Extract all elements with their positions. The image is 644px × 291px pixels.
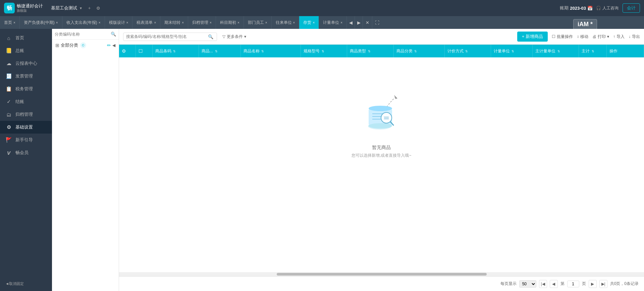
unpin-button[interactable]: ◄取消固定 — [3, 279, 49, 288]
tab-period-end-close[interactable]: × — [182, 21, 184, 25]
page-label: 第 — [560, 281, 565, 287]
sort-unit-icon: ⇅ — [512, 50, 514, 53]
logo-text: 畅捷通好会计 旗舰版 — [17, 3, 43, 13]
category-edit-icon[interactable]: ✏ — [107, 43, 111, 48]
category-search-icon[interactable]: 🔍 — [111, 32, 116, 37]
sidebar-item-guide[interactable]: 🚩 新手引导 — [0, 134, 52, 146]
tab-close-all[interactable]: ✕ — [363, 16, 372, 29]
sidebar-item-archive[interactable]: 🗂 归档管理 — [0, 108, 52, 121]
th-settings[interactable]: ⚙ — [119, 45, 136, 57]
sidebar-item-ledger[interactable]: 📒 总账 — [0, 44, 52, 57]
tab-template[interactable]: 模版设计 × — [105, 16, 133, 29]
tab-home[interactable]: 首页 × — [0, 16, 20, 29]
tab-subject-close[interactable]: × — [237, 21, 239, 25]
export-button[interactable]: ↓ 导出 — [629, 34, 640, 40]
help-button[interactable]: 🎧 人工咨询 — [596, 5, 619, 11]
toolbar-right: + 新增商品 ☐ 批量操作 ↕ 移动 🖨 打印 ▾ — [517, 32, 640, 42]
prev-page-button[interactable]: ◀ — [550, 280, 558, 288]
batch-action-button[interactable]: ☐ 批量操作 — [552, 34, 573, 40]
tab-tax[interactable]: 税表清单 × — [132, 16, 160, 29]
tab-partner-close[interactable]: × — [293, 21, 295, 25]
th-main-unit[interactable]: 主计量单位 ⇅ — [533, 45, 579, 57]
next-page-button[interactable]: ▶ — [589, 280, 597, 288]
add-company-icon[interactable]: ＋ — [87, 5, 92, 11]
th-code[interactable]: 商品... ⇅ — [199, 45, 240, 57]
th-type[interactable]: 商品类型 ⇅ — [347, 45, 393, 57]
tab-balance-close[interactable]: × — [56, 21, 58, 25]
category-collapse-icon[interactable]: ◀ — [112, 43, 115, 48]
unpin-label: ◄取消固定 — [5, 281, 24, 286]
sidebar-basic-label: 基础设置 — [15, 124, 33, 130]
th-spec-label: 规格型号 — [304, 49, 320, 53]
horizontal-scrollbar[interactable] — [119, 272, 644, 276]
th-check[interactable]: ☐ — [136, 45, 153, 57]
table-container: ⚙ ☐ 商品条码 ⇅ 商品... — [119, 45, 644, 272]
settlement-icon: ✓ — [5, 99, 12, 105]
print-chevron-icon: ▾ — [607, 34, 609, 39]
first-page-button[interactable]: |◀ — [539, 280, 547, 288]
per-page-select[interactable]: 50 100 200 — [519, 280, 536, 288]
search-icon[interactable]: 🔍 — [208, 34, 213, 39]
th-barcode[interactable]: 商品条码 ⇅ — [153, 45, 199, 57]
th-category[interactable]: 商品分类 ⇅ — [393, 45, 444, 57]
sidebar-item-settlement[interactable]: ✓ 结账 — [0, 95, 52, 108]
category-icon: © — [80, 42, 86, 48]
calendar-icon[interactable]: 📅 — [587, 6, 593, 11]
tab-template-close[interactable]: × — [126, 21, 128, 25]
tab-income-close[interactable]: × — [99, 21, 101, 25]
sort-spec-icon: ⇅ — [322, 50, 324, 53]
th-name-label: 商品名称 — [244, 49, 260, 53]
sidebar-item-reports[interactable]: ☁ 云报表中心 — [0, 57, 52, 70]
import-button[interactable]: ↑ 导入 — [613, 34, 625, 40]
tab-unit[interactable]: 计量单位 × — [319, 16, 347, 29]
tab-home-close[interactable]: × — [13, 21, 15, 25]
tab-archive-close[interactable]: × — [210, 21, 212, 25]
tab-scroll-right[interactable]: ▶ — [355, 16, 363, 29]
category-panel: 🔍 ⊞ 全部分类 © ✏ ◀ — [52, 29, 119, 291]
page-unit: 页 — [582, 281, 586, 287]
tab-dept-close[interactable]: × — [265, 21, 267, 25]
sidebar-item-home[interactable]: ⌂ 首页 — [0, 32, 52, 44]
tab-inventory[interactable]: 存货 × — [299, 16, 319, 29]
search-input[interactable] — [126, 34, 207, 39]
th-col3[interactable]: 主计 ⇅ — [579, 45, 607, 57]
category-search-input[interactable] — [55, 32, 109, 37]
move-button[interactable]: ↕ 移动 — [577, 34, 588, 40]
tab-tax-close[interactable]: × — [154, 21, 156, 25]
account-button[interactable]: 会计 — [623, 3, 640, 13]
move-label: 移动 — [580, 34, 588, 40]
tab-inventory-close[interactable]: × — [313, 21, 315, 25]
add-product-button[interactable]: + 新增商品 — [517, 32, 548, 42]
gear-icon[interactable]: ⚙ — [122, 48, 126, 54]
tab-balance[interactable]: 资产负债表(中期) × — [20, 16, 62, 29]
tab-income[interactable]: 收入支出表(年报) × — [62, 16, 105, 29]
tab-period-end[interactable]: 期末结转 × — [160, 16, 188, 29]
sort-category-icon: ⇅ — [414, 50, 417, 53]
th-price-method[interactable]: 计价方式 ⇅ — [444, 45, 491, 57]
sidebar-bottom: ◄取消固定 — [0, 277, 52, 291]
tab-maximize[interactable]: ⛶ — [372, 16, 382, 29]
tab-scroll-left[interactable]: ◀ — [347, 16, 355, 29]
sidebar-item-invoice[interactable]: 🧾 发票管理 — [0, 70, 52, 83]
tab-partner[interactable]: 往来单位 × — [272, 16, 300, 29]
filter-button[interactable]: ▽ 更多条件 ▾ — [220, 33, 249, 41]
sidebar-item-member[interactable]: V 畅会员 — [0, 146, 52, 159]
tab-subject[interactable]: 科目期初 × — [216, 16, 244, 29]
tab-dept[interactable]: 部门员工 × — [244, 16, 272, 29]
settings-icon[interactable]: ⚙ — [96, 6, 100, 11]
tab-archive-label: 归档管理 — [192, 20, 208, 26]
sort-code-icon: ⇅ — [215, 50, 218, 53]
sidebar-item-basic[interactable]: ⚙ 基础设置 — [0, 121, 52, 134]
print-button[interactable]: 🖨 打印 ▾ — [592, 34, 609, 40]
company-selector[interactable]: 基层工会测试 ▼ ＋ ⚙ — [51, 5, 556, 11]
page-input[interactable] — [567, 281, 579, 287]
last-page-button[interactable]: ▶| — [599, 280, 607, 288]
checkbox-icon[interactable]: ☐ — [139, 48, 143, 54]
th-spec[interactable]: 规格型号 ⇅ — [301, 45, 347, 57]
th-unit[interactable]: 计量单位 ⇅ — [491, 45, 532, 57]
scrollbar-thumb[interactable] — [277, 273, 487, 276]
sidebar-item-tax[interactable]: 📋 税务管理 — [0, 83, 52, 95]
tab-unit-close[interactable]: × — [340, 21, 342, 25]
th-name[interactable]: 商品名称 ⇅ — [240, 45, 301, 57]
tab-archive[interactable]: 归档管理 × — [188, 16, 216, 29]
